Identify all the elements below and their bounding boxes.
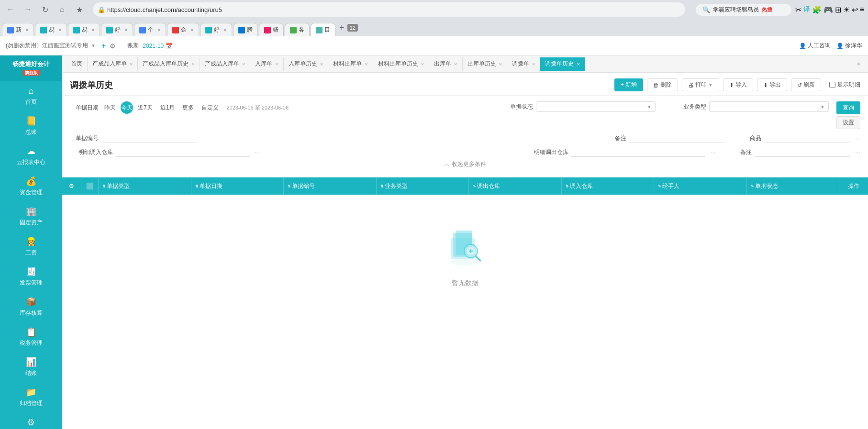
goods-more-icon[interactable]: ··· xyxy=(855,135,860,142)
sidebar-item-fixed[interactable]: 🏢 固定资产 xyxy=(0,201,62,231)
refresh-button[interactable]: ↻ xyxy=(38,3,52,16)
table-col-check[interactable] xyxy=(81,177,99,195)
date-yesterday-btn[interactable]: 昨天 xyxy=(101,103,119,113)
bookmark-button[interactable]: ★ xyxy=(73,3,86,16)
tab-close-4[interactable]: × xyxy=(124,27,128,33)
page-tab-prod-instock-hist[interactable]: 产成品入库单历史 × xyxy=(138,57,200,71)
page-tab-prod-instock-close[interactable]: × xyxy=(130,61,133,67)
status-select[interactable]: 草稿 已提交 已审核 xyxy=(536,101,656,112)
refresh-button[interactable]: ↺ 刷新 xyxy=(791,78,821,91)
sidebar-item-tax[interactable]: 📋 税务管理 xyxy=(0,322,62,352)
page-tab-mat-outstock-hist-close[interactable]: × xyxy=(421,61,424,67)
date-7days-btn[interactable]: 近7天 xyxy=(135,103,156,113)
company-selector[interactable]: (勿删勿禁用）江西服宝测试专用 ▼ xyxy=(6,42,96,50)
browser-tab-8[interactable]: 腾 xyxy=(233,23,258,36)
close-all-tabs-button[interactable]: × xyxy=(853,55,864,72)
back-button[interactable]: ← xyxy=(4,3,17,16)
page-tab-mat-outstock-hist[interactable]: 材料出库单历史 × xyxy=(373,57,429,71)
page-tab-transfer-hist[interactable]: 调拨单历史 × xyxy=(540,57,585,71)
tab-close-2[interactable]: × xyxy=(58,27,62,33)
browser-tab-11[interactable]: 目 xyxy=(311,23,335,36)
scissors-icon[interactable]: ✂ xyxy=(795,5,801,14)
page-tab-transfer[interactable]: 调拨单 × xyxy=(507,57,540,71)
extensions-icon[interactable]: 🧩 xyxy=(812,5,822,14)
tab-close-3[interactable]: × xyxy=(91,27,95,33)
page-tab-outstock[interactable]: 出库单 × xyxy=(429,57,462,71)
table-col-settings[interactable]: ⚙ xyxy=(62,177,81,195)
tab-close-7[interactable]: × xyxy=(223,27,227,33)
tab-close-5[interactable]: × xyxy=(157,27,161,33)
sidebar-item-wage[interactable]: 👷 工资 xyxy=(0,231,62,262)
browser-search[interactable]: 🔍 学霸应聘场驱鸟员 热搜 xyxy=(696,4,791,16)
out-warehouse-input[interactable] xyxy=(571,148,705,157)
page-tab-prod-instock2-close[interactable]: × xyxy=(242,61,245,67)
page-tab-instock-hist-close[interactable]: × xyxy=(320,61,323,67)
in-warehouse-input[interactable] xyxy=(116,148,250,157)
remark-filter-input[interactable] xyxy=(629,134,725,143)
page-tab-outstock-hist[interactable]: 出库单历史 × xyxy=(463,57,507,71)
page-tab-instock[interactable]: 入库单 × xyxy=(250,57,283,71)
sidebar-item-settle[interactable]: 📊 结账 xyxy=(0,352,62,382)
print-dropdown-icon[interactable]: ▼ xyxy=(708,82,713,88)
page-tab-prod-instock-hist-close[interactable]: × xyxy=(191,61,194,67)
collapse-filter-button[interactable]: ︿ 收起更多条件 xyxy=(70,157,860,171)
browser-tab-6[interactable]: 企 × xyxy=(167,23,199,36)
table-col-handler[interactable]: ⇅ 经手人 xyxy=(654,177,747,195)
company-settings-icon[interactable]: ⚙ xyxy=(110,42,116,50)
date-1month-btn[interactable]: 近1月 xyxy=(157,103,178,113)
table-col-instock[interactable]: ⇅ 调入仓库 xyxy=(562,177,655,195)
sidebar-item-fund[interactable]: 💰 资金管理 xyxy=(0,171,62,201)
date-more-btn[interactable]: 更多 xyxy=(179,103,197,113)
select-all-checkbox[interactable] xyxy=(87,183,93,189)
sidebar-item-basic[interactable]: ⚙ 基础设置 xyxy=(0,412,62,429)
in-warehouse-more-icon[interactable]: ··· xyxy=(255,149,260,156)
browser-tab-9[interactable]: 畅 xyxy=(259,23,284,36)
page-tab-mat-outstock[interactable]: 材料出库单 × xyxy=(328,57,373,71)
out-warehouse-more-icon[interactable]: ··· xyxy=(710,149,715,156)
company-dropdown-icon[interactable]: ▼ xyxy=(91,43,96,48)
brightness-icon[interactable]: ☀ xyxy=(843,5,850,14)
date-today-btn[interactable]: 今天 xyxy=(121,101,133,114)
sidebar-item-invoice[interactable]: 🧾 发票管理 xyxy=(0,262,62,292)
sidebar-item-archive[interactable]: 📁 归档管理 xyxy=(0,382,62,412)
browser-tab-5[interactable]: 个 × xyxy=(134,23,166,36)
settings-button[interactable]: 设置 xyxy=(836,116,860,129)
page-tab-prod-instock[interactable]: 产成品入库单 × xyxy=(88,57,138,71)
note-more-icon[interactable]: ··· xyxy=(855,149,860,156)
print-button[interactable]: 🖨 打印 ▼ xyxy=(682,78,719,91)
browser-tab-4[interactable]: 好 × xyxy=(101,23,133,36)
num-filter-input[interactable] xyxy=(101,134,197,143)
sidebar-item-report[interactable]: ☁ 云报表中心 xyxy=(0,141,62,171)
search-button[interactable]: 查询 xyxy=(836,101,860,114)
date-custom-btn[interactable]: 自定义 xyxy=(199,103,222,113)
calendar-icon[interactable]: 📅 xyxy=(166,43,173,49)
browser-tab-1[interactable]: 新 × xyxy=(2,23,34,36)
gamepad-icon[interactable]: 🎮 xyxy=(823,5,833,14)
page-tab-prod-instock2[interactable]: 产成品入库单 × xyxy=(200,57,250,71)
page-tab-transfer-close[interactable]: × xyxy=(532,61,535,67)
grid-icon[interactable]: ⊞ xyxy=(835,5,841,14)
table-col-num[interactable]: ⇅ 单据编号 xyxy=(284,177,377,195)
table-col-date[interactable]: ⇅ 单据日期 xyxy=(191,177,284,195)
display-detail-input[interactable] xyxy=(829,82,835,88)
service-button[interactable]: 👤 人工咨询 xyxy=(799,42,831,50)
period-selector[interactable]: 账期 2021-10 📅 xyxy=(127,42,173,50)
menu-icon[interactable]: ≡ xyxy=(860,5,864,14)
biztype-select[interactable] xyxy=(709,101,829,112)
page-tab-outstock-hist-close[interactable]: × xyxy=(499,61,502,67)
sidebar-item-inventory[interactable]: 📦 库存核算 xyxy=(0,292,62,322)
sidebar-item-home[interactable]: ⌂ 首页 xyxy=(0,81,62,111)
browser-tab-3[interactable]: 易 × xyxy=(68,23,100,36)
add-company-button[interactable]: + xyxy=(101,42,106,50)
page-tab-instock-hist[interactable]: 入库单历史 × xyxy=(284,57,328,71)
user-profile-button[interactable]: 👤 徐泽华 xyxy=(836,42,862,50)
history-icon[interactable]: ↩ xyxy=(852,5,858,14)
page-tab-outstock-close[interactable]: × xyxy=(454,61,457,67)
table-col-biztype[interactable]: ⇅ 业务类型 xyxy=(377,177,469,195)
forward-button[interactable]: → xyxy=(21,3,34,16)
browser-tab-7[interactable]: 好 × xyxy=(200,23,232,36)
page-tab-home[interactable]: 首页 xyxy=(66,57,88,71)
browser-tab-10[interactable]: 各 xyxy=(285,23,310,36)
goods-filter-input[interactable] xyxy=(764,134,850,143)
table-col-outstock[interactable]: ⇅ 调出仓库 xyxy=(469,177,562,195)
